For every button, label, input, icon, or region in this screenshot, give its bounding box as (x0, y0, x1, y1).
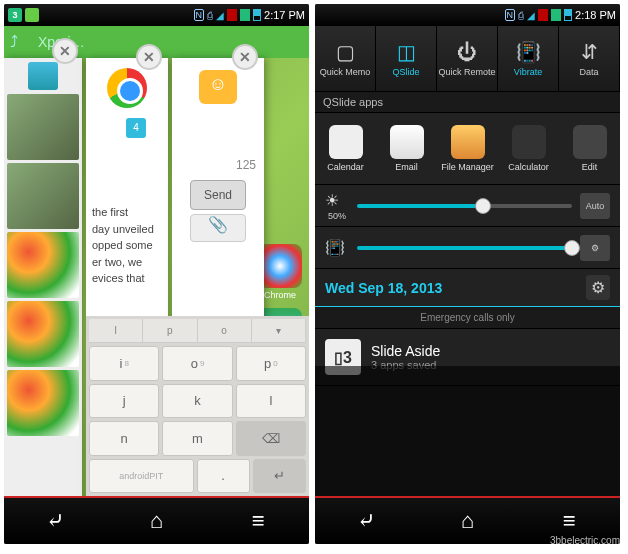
slider-thumb[interactable] (564, 240, 580, 256)
menu-button[interactable]: ≡ (549, 508, 589, 534)
toggle-data[interactable]: ⇵ Data (559, 26, 620, 91)
keyboard[interactable]: I p o ▾ i8 o9 p0 j k l n m (86, 316, 309, 496)
key[interactable]: l (236, 384, 306, 419)
chrome-page-text: the first day unveiled opped some er two… (86, 198, 168, 293)
gallery-thumb[interactable] (7, 232, 79, 298)
qslide-label: Calendar (327, 162, 364, 172)
suggestion-more[interactable]: ▾ (252, 319, 306, 342)
volume-slider[interactable] (357, 246, 572, 250)
toggle-label: QSlide (392, 67, 419, 77)
left-body: ⤴ Xperi… Chrome Gallery Apps (4, 26, 309, 496)
key[interactable]: p0 (236, 346, 306, 381)
suggestion[interactable]: o (198, 319, 252, 342)
period-key[interactable]: . (197, 459, 250, 494)
toggle-label: Quick Remote (438, 67, 495, 77)
watermark: 3bbelectric.com (550, 535, 620, 546)
slider-thumb[interactable] (475, 198, 491, 214)
phone-right-notification-panel: N ⎙ ◢ 2:18 PM ▢ Quick Memo ◫ QSlide (315, 4, 620, 544)
close-icon[interactable]: ✕ (52, 38, 78, 64)
cast-icon: ⎙ (207, 10, 213, 21)
brightness-slider[interactable] (357, 204, 572, 208)
qslide-calculator[interactable]: Calculator (498, 113, 559, 184)
suggestion[interactable]: p (143, 319, 197, 342)
qslide-label: Edit (582, 162, 598, 172)
calendar-icon (329, 125, 363, 159)
edit-icon (573, 125, 607, 159)
gallery-thumb[interactable] (7, 163, 79, 229)
brightness-auto-button[interactable]: Auto (580, 193, 610, 219)
qslide-edit[interactable]: Edit (559, 113, 620, 184)
toggle-qslide[interactable]: ◫ QSlide (376, 26, 437, 91)
brightness-icon: ☀ (325, 191, 349, 210)
brightness-pct: 50% (328, 211, 346, 221)
home-button[interactable]: ⌂ (136, 508, 176, 534)
quickmemo-icon: ▢ (336, 40, 355, 64)
key[interactable]: m (162, 421, 232, 456)
menu-button[interactable]: ≡ (238, 508, 278, 534)
toggle-vibrate[interactable]: 📳 Vibrate (498, 26, 559, 91)
key[interactable]: i8 (89, 346, 159, 381)
key[interactable]: o9 (162, 346, 232, 381)
key[interactable]: n (89, 421, 159, 456)
close-icon[interactable]: ✕ (232, 44, 258, 70)
sound-settings-button[interactable]: ⚙ (580, 235, 610, 261)
qslide-icon: ◫ (397, 40, 416, 64)
qslide-label: Calculator (508, 162, 549, 172)
qslide-label: Email (395, 162, 418, 172)
share-icon[interactable]: ⤴ (10, 33, 18, 51)
messaging-app-icon (199, 70, 237, 104)
message-char-count: 125 (172, 154, 264, 176)
home-button[interactable]: ⌂ (447, 508, 487, 534)
key[interactable]: k (162, 384, 232, 419)
status-time: 2:17 PM (264, 9, 305, 21)
dim-background (315, 366, 620, 496)
quick-toggles-row: ▢ Quick Memo ◫ QSlide ⏻ Quick Remote 📳 V… (315, 26, 620, 92)
qslide-section-label: QSlide apps (315, 92, 620, 113)
volume-row: 📳 ⚙ (315, 227, 620, 269)
chrome-app-icon (107, 68, 147, 108)
gallery-thumb[interactable] (7, 370, 79, 436)
space-key[interactable]: androidPIT (89, 459, 194, 494)
status-notif-icon (25, 8, 39, 22)
suggestion[interactable]: I (89, 319, 143, 342)
status-bar: N ⎙ ◢ 2:18 PM (315, 4, 620, 26)
wifi-icon: ◢ (527, 10, 535, 21)
wifi-icon: ◢ (216, 10, 224, 21)
data-icon: ⇵ (581, 40, 598, 64)
sim1-icon (538, 9, 548, 21)
gallery-thumb[interactable] (7, 301, 79, 367)
settings-button[interactable]: ⚙ (586, 275, 610, 300)
enter-key[interactable]: ↵ (253, 459, 306, 494)
back-button[interactable]: ⤶ (35, 508, 75, 534)
calculator-icon (512, 125, 546, 159)
sim2-icon (240, 9, 250, 21)
qslide-email[interactable]: Email (376, 113, 437, 184)
date-row: Wed Sep 18, 2013 ⚙ (315, 269, 620, 307)
key[interactable]: j (89, 384, 159, 419)
backspace-key[interactable]: ⌫ (236, 421, 306, 456)
attach-button[interactable]: 📎 (190, 214, 246, 242)
email-icon (390, 125, 424, 159)
qslide-calendar[interactable]: Calendar (315, 113, 376, 184)
home-chrome-icon[interactable] (258, 244, 302, 288)
status-bar: 3 N ⎙ ◢ 2:17 PM (4, 4, 309, 26)
toggle-quickmemo[interactable]: ▢ Quick Memo (315, 26, 376, 91)
toggle-label: Quick Memo (320, 67, 371, 77)
slide-card-gallery[interactable]: ✕ (4, 58, 82, 496)
gallery-thumb[interactable] (7, 94, 79, 160)
gallery-app-icon (28, 62, 58, 90)
battery-icon (253, 9, 261, 21)
send-button[interactable]: Send (190, 180, 246, 210)
chrome-tabs-badge[interactable]: 4 (126, 118, 146, 138)
cast-icon: ⎙ (518, 10, 524, 21)
back-button[interactable]: ⤶ (346, 508, 386, 534)
close-icon[interactable]: ✕ (136, 44, 162, 70)
vibrate-icon: 📳 (516, 40, 541, 64)
brightness-row: ☀ 50% Auto (315, 185, 620, 227)
qslide-filemanager[interactable]: File Manager (437, 113, 498, 184)
qslide-apps-row: Calendar Email File Manager Calculator E… (315, 113, 620, 185)
toggle-label: Data (579, 67, 598, 77)
status-time: 2:18 PM (575, 9, 616, 21)
toggle-quickremote[interactable]: ⏻ Quick Remote (437, 26, 498, 91)
volume-icon: 📳 (325, 238, 349, 257)
